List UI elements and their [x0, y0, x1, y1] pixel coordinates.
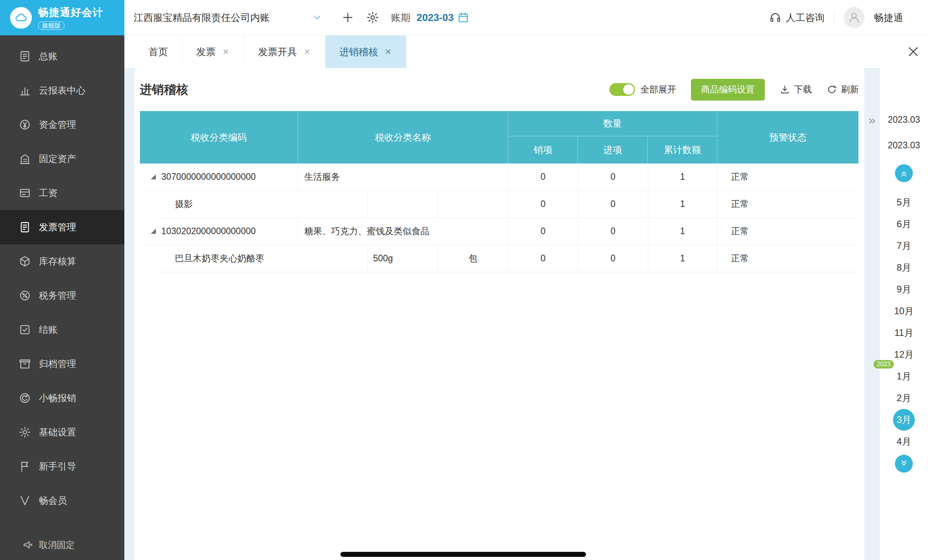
sidebar-item-invoice-management[interactable]: 发票管理: [0, 210, 124, 244]
audit-table: 税收分类编码 税收分类名称 数量 销项 进项 累计数额 预警状态: [140, 111, 858, 272]
double-chevron-down-icon: [899, 459, 909, 469]
cell-sales: 0: [508, 163, 578, 190]
company-selector[interactable]: 江西服宝精品有限责任公司内账: [134, 11, 323, 24]
close-icon[interactable]: [222, 48, 230, 56]
sidebar-item-archive[interactable]: 归档管理: [0, 347, 124, 381]
double-chevron-up-icon: [899, 168, 909, 178]
scroll-down-button[interactable]: [895, 455, 913, 473]
sidebar-item-settings[interactable]: 基础设置: [0, 415, 124, 449]
sidebar-item-label: 总账: [39, 50, 58, 63]
tab-invoice-issue[interactable]: 发票开具: [244, 35, 325, 68]
col-header-code: 税收分类编码: [140, 111, 298, 163]
sidebar-item-general-ledger[interactable]: 总账: [0, 39, 124, 73]
sidebar-item-label: 税务管理: [39, 289, 76, 302]
sidebar-item-payroll[interactable]: 工资: [0, 176, 124, 210]
month-item[interactable]: 5月: [880, 191, 928, 213]
cell-sales: 0: [508, 191, 578, 217]
month-item[interactable]: 1月: [880, 365, 928, 387]
month-item[interactable]: 4月: [880, 431, 928, 452]
sidebar-item-inventory[interactable]: 库存核算: [0, 244, 124, 278]
month-item[interactable]: 2月: [880, 387, 928, 409]
close-icon[interactable]: [303, 48, 311, 56]
sidebar-item-tax[interactable]: 税务管理: [0, 278, 124, 313]
period-item[interactable]: 2023.03: [880, 107, 928, 132]
salary-icon: [19, 187, 31, 199]
table-header: 税收分类编码 税收分类名称 数量 销项 进项 累计数额 预警状态: [140, 111, 858, 163]
tab-label: 进销稽核: [339, 45, 378, 58]
cloud-logo-icon: [10, 7, 32, 29]
support-button[interactable]: 人工咨询: [769, 11, 825, 24]
cell-total: 1: [648, 163, 717, 190]
chevron-down-icon: [312, 12, 323, 23]
closing-icon: [19, 323, 31, 336]
sidebar-item-cloud-report-center[interactable]: 云报表中心: [0, 73, 124, 108]
month-item-selected[interactable]: 3月: [880, 409, 928, 431]
sidebar-item-label: 结账: [39, 323, 58, 336]
expand-all-toggle[interactable]: [609, 83, 635, 96]
expand-all-label: 全部展开: [640, 83, 676, 96]
horizontal-scrollbar[interactable]: [340, 552, 586, 557]
month-item[interactable]: 9月: [880, 278, 928, 300]
avatar[interactable]: [844, 7, 865, 28]
table-row[interactable]: 摄影 0 0 1 正常: [159, 191, 858, 218]
table-row[interactable]: 3070000000000000000 生活服务 0 0 1 正常: [140, 163, 858, 191]
expand-toggle-icon[interactable]: [151, 174, 156, 179]
assets-icon: [19, 153, 31, 165]
sidebar-item-guide[interactable]: 新手引导: [0, 449, 124, 483]
app-title: 畅捷通好会计: [38, 5, 103, 19]
cell-spec: 500g: [368, 245, 438, 272]
collapse-panel-icon[interactable]: »: [869, 114, 876, 126]
cell-name: 生活服务: [298, 163, 508, 190]
calendar-icon[interactable]: [457, 12, 469, 23]
sidebar-item-label: 资金管理: [39, 118, 76, 131]
month-item[interactable]: 8月: [880, 257, 928, 278]
person-icon: [848, 11, 861, 24]
month-item[interactable]: 6月: [880, 213, 928, 235]
sidebar-item-fixed-assets[interactable]: 固定资产: [0, 142, 124, 176]
add-button[interactable]: [341, 11, 354, 24]
month-item[interactable]: 7月: [880, 235, 928, 257]
sidebar-item-label: 发票管理: [39, 221, 76, 233]
page-title: 进销稽核: [140, 82, 188, 98]
download-button[interactable]: 下载: [780, 83, 812, 96]
cell-sales: 0: [508, 245, 578, 272]
close-icon[interactable]: [384, 48, 392, 56]
app-root: 畅捷通好会计 旗舰版 总账 云报表中心 资金管理 固定资产 工资 发票管理 库存…: [0, 0, 928, 560]
unpin-icon: [23, 539, 33, 550]
col-header-total: 累计数额: [648, 136, 717, 163]
tab-purchase-sales-audit[interactable]: 进销稽核: [325, 35, 406, 68]
content-area: 进销稽核 全部展开 商品编码设置 下载 刷新: [124, 68, 928, 560]
table-row[interactable]: 巴旦木奶枣夹心奶酪枣 500g 包 0 0 1 正常: [159, 245, 858, 272]
cell-spec: [368, 191, 438, 217]
tab-invoice[interactable]: 发票: [182, 35, 244, 68]
sidebar-item-label: 固定资产: [39, 153, 76, 165]
refresh-button[interactable]: 刷新: [827, 83, 859, 96]
sidebar-item-label: 基础设置: [39, 426, 76, 438]
guide-icon: [19, 460, 31, 473]
scroll-up-button[interactable]: [895, 164, 913, 182]
sidebar-item-reimburse[interactable]: 小畅报销: [0, 381, 124, 415]
period-item[interactable]: 2023.03: [880, 132, 928, 158]
month-item[interactable]: 11月: [880, 322, 928, 344]
col-header-name: 税收分类名称: [298, 111, 508, 163]
sidebar-item-member[interactable]: 畅会员: [0, 483, 124, 518]
sidebar-item-closing[interactable]: 结账: [0, 313, 124, 347]
username[interactable]: 畅捷通: [874, 11, 903, 24]
table-row[interactable]: 1030202000000000000 糖果、巧克力、蜜饯及类似食品 0 0 1…: [140, 218, 858, 245]
cell-total: 1: [648, 191, 717, 217]
tab-home[interactable]: 首页: [134, 35, 182, 68]
cell-status: 正常: [717, 191, 858, 217]
sidebar-item-funds[interactable]: 资金管理: [0, 108, 124, 142]
divider: [834, 11, 834, 24]
product-code-settings-button[interactable]: 商品编码设置: [691, 79, 765, 101]
archive-icon: [19, 358, 31, 370]
gear-icon[interactable]: [366, 11, 379, 24]
close-all-icon[interactable]: [905, 44, 921, 59]
cell-total: 1: [648, 245, 717, 272]
unpin-sidebar-button[interactable]: 取消固定: [0, 530, 124, 560]
member-icon: [19, 494, 31, 507]
period-value[interactable]: 2023-03: [417, 12, 454, 24]
expand-toggle-icon[interactable]: [151, 229, 156, 234]
month-item[interactable]: 10月: [880, 300, 928, 322]
company-name: 江西服宝精品有限责任公司内账: [134, 11, 270, 24]
